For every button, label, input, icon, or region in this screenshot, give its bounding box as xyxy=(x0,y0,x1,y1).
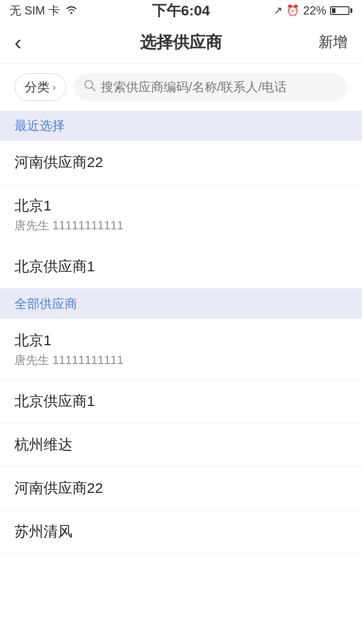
page-title: 选择供应商 xyxy=(140,31,222,54)
recent-section-header: 最近选择 xyxy=(0,111,362,141)
location-icon: ↗ xyxy=(274,4,282,17)
list-item[interactable]: 北京1 唐先生 11111111111 xyxy=(0,184,362,245)
item-name: 北京供应商1 xyxy=(14,257,348,277)
svg-point-1 xyxy=(85,81,93,88)
status-bar: 无 SIM 卡 下午6:04 ↗ ⏰ 22% xyxy=(0,0,362,21)
item-sub: 唐先生 11111111111 xyxy=(14,352,348,368)
item-name: 北京1 xyxy=(14,196,348,216)
item-name: 北京供应商1 xyxy=(14,392,348,411)
status-right: ↗ ⏰ 22% xyxy=(274,4,352,17)
status-time: 下午6:04 xyxy=(152,1,210,21)
all-section-header: 全部供应商 xyxy=(0,289,362,319)
category-label: 分类 xyxy=(25,79,50,96)
list-item[interactable]: 北京1 唐先生 11111111111 xyxy=(0,319,362,380)
status-left: 无 SIM 卡 xyxy=(10,3,78,18)
chevron-right-icon: › xyxy=(53,82,56,93)
list-item[interactable]: 北京供应商1 xyxy=(0,380,362,423)
item-name: 河南供应商22 xyxy=(14,478,348,498)
item-name: 杭州维达 xyxy=(14,435,348,455)
category-filter-button[interactable]: 分类 › xyxy=(14,73,66,101)
recent-section-label: 最近选择 xyxy=(14,118,65,133)
search-box xyxy=(74,73,348,101)
wifi-icon xyxy=(65,4,78,17)
add-button[interactable]: 新增 xyxy=(319,32,348,52)
nav-bar: ‹ 选择供应商 新增 xyxy=(0,21,362,64)
item-name: 河南供应商22 xyxy=(14,153,348,172)
alarm-icon: ⏰ xyxy=(286,4,299,17)
list-item[interactable]: 杭州维达 xyxy=(0,423,362,467)
filter-bar: 分类 › xyxy=(0,64,362,111)
svg-line-2 xyxy=(92,88,95,91)
battery-percentage: 22% xyxy=(303,4,326,17)
battery-icon xyxy=(330,6,352,15)
item-name: 苏州清风 xyxy=(14,522,348,542)
all-section-label: 全部供应商 xyxy=(14,296,77,311)
list-item[interactable]: 北京供应商1 xyxy=(0,245,362,289)
search-input[interactable] xyxy=(101,80,338,95)
item-name: 北京1 xyxy=(14,331,348,350)
recent-list: 河南供应商22 北京1 唐先生 11111111111 北京供应商1 xyxy=(0,141,362,289)
list-item[interactable]: 河南供应商22 xyxy=(0,467,362,510)
all-list: 北京1 唐先生 11111111111 北京供应商1 杭州维达 河南供应商22 … xyxy=(0,319,362,554)
carrier-label: 无 SIM 卡 xyxy=(10,3,60,18)
svg-point-0 xyxy=(70,12,72,14)
item-sub: 唐先生 11111111111 xyxy=(14,218,348,233)
back-button[interactable]: ‹ xyxy=(14,30,43,55)
search-icon xyxy=(84,79,96,95)
list-item[interactable]: 苏州清风 xyxy=(0,510,362,554)
list-item[interactable]: 河南供应商22 xyxy=(0,141,362,184)
